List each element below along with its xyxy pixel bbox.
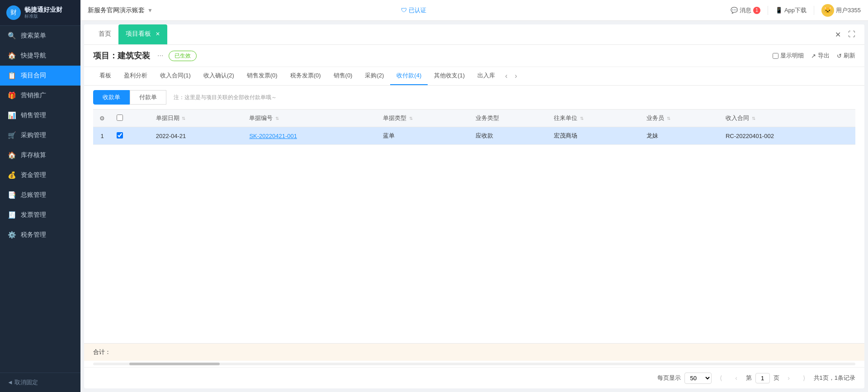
sidebar-item-quick-nav[interactable]: 🏠 快捷导航: [0, 46, 80, 66]
avatar: 🐱: [821, 4, 834, 17]
tab-close-icon[interactable]: ✕: [156, 31, 160, 37]
sub-tab-sales[interactable]: 销售(0): [327, 67, 359, 85]
sidebar-item-ledger[interactable]: 📑 总账管理: [0, 185, 80, 205]
sidebar-unpin-button[interactable]: ◄ 取消固定: [0, 373, 80, 392]
sidebar-item-sales[interactable]: 📊 销售管理: [0, 105, 80, 125]
dropdown-icon[interactable]: ▼: [147, 7, 153, 14]
project-more-button[interactable]: ···: [157, 52, 163, 60]
sub-tab-tax-invoice[interactable]: 税务发票(0): [284, 67, 327, 85]
row-biz-type: 应收款: [470, 127, 549, 145]
main-area: 新服务官网演示账套 ▼ 🛡 已认证 💬 消息 1 📱 App下载 🐱 用户335…: [80, 0, 868, 392]
page-first-button[interactable]: ⟨: [715, 372, 727, 384]
row-number-link[interactable]: SK-20220421-001: [249, 133, 297, 139]
tab-home-label: 首页: [99, 30, 111, 37]
sidebar-item-search[interactable]: 🔍 搜索菜单: [0, 26, 80, 46]
sub-tab-io[interactable]: 出入库: [471, 67, 501, 85]
sub-tab-board-label: 看板: [99, 72, 111, 79]
col-date[interactable]: 单据日期 ⇅: [151, 110, 244, 127]
col-partner-label: 往来单位: [554, 115, 577, 121]
tab-bar-right: ✕ ⛶: [833, 29, 857, 41]
message-badge: 1: [753, 7, 760, 14]
sub-tab-income-confirm-label: 收入确认(2): [203, 72, 234, 79]
row-num: 1: [93, 127, 111, 145]
topbar: 新服务官网演示账套 ▼ 🛡 已认证 💬 消息 1 📱 App下载 🐱 用户335…: [80, 0, 868, 21]
sidebar-item-marketing[interactable]: 🎁 营销推广: [0, 86, 80, 105]
receipt-tab-payment[interactable]: 付款单: [130, 90, 166, 105]
sidebar-item-purchase[interactable]: 🛒 采购管理: [0, 125, 80, 145]
sub-tab-receipt-payment-label: 收付款(4): [396, 72, 421, 79]
app-download-button[interactable]: 📱 App下载: [775, 6, 807, 14]
refresh-button[interactable]: ↺ 刷新: [837, 52, 855, 60]
sidebar-item-tax[interactable]: ⚙️ 税务管理: [0, 225, 80, 245]
sidebar-item-purchase-label: 采购管理: [21, 131, 46, 139]
sub-tab-sales-invoice[interactable]: 销售发票(0): [241, 67, 284, 85]
sidebar-footer-label: ◄ 取消固定: [7, 378, 38, 387]
row-checkbox[interactable]: [117, 132, 123, 139]
sidebar-item-project-contract[interactable]: 📋 项目合同: [0, 66, 80, 86]
col-checkbox: [111, 110, 151, 127]
tab-home[interactable]: 首页: [91, 24, 118, 44]
tab-project-board[interactable]: 项目看板 ✕: [118, 24, 167, 44]
row-salesperson: 龙妹: [641, 127, 720, 145]
col-type-sort-icon: ⇅: [409, 116, 413, 121]
sub-tab-profit[interactable]: 盈利分析: [118, 67, 154, 85]
select-all-checkbox[interactable]: [117, 115, 123, 121]
col-income-contract[interactable]: 收入合同 ⇅: [720, 110, 855, 127]
sidebar-item-sales-label: 销售管理: [21, 111, 46, 120]
topbar-project-name: 新服务官网演示账套: [88, 6, 145, 14]
user-button[interactable]: 🐱 用户3355: [821, 4, 861, 17]
sidebar-item-finance[interactable]: 💰 资金管理: [0, 165, 80, 185]
logo-text: 畅捷通好业财: [24, 6, 62, 14]
show-detail-checkbox[interactable]: [773, 53, 778, 59]
sub-tab-income-confirm[interactable]: 收入确认(2): [197, 67, 241, 85]
message-button[interactable]: 💬 消息 1: [731, 6, 760, 14]
col-settings[interactable]: ⚙: [93, 110, 111, 127]
show-detail-checkbox-label[interactable]: 显示明细: [773, 52, 804, 60]
tab-close-button[interactable]: ✕: [833, 29, 843, 41]
col-income-contract-sort-icon: ⇅: [752, 116, 755, 121]
sub-tab-other-income[interactable]: 其他收支(1): [428, 67, 471, 85]
pagination: 每页显示 50 100 200 ⟨ ‹ 第 页 › ⟩ 共1页，1条记录: [84, 367, 864, 388]
col-partner-sort-icon: ⇅: [580, 116, 584, 121]
sidebar-item-marketing-label: 营销推广: [21, 91, 46, 100]
table-row[interactable]: 1 2022-04-21 SK-20220421-001 蓝单 应收款 宏茂商场…: [93, 127, 855, 145]
marketing-icon: 🎁: [7, 91, 16, 100]
tab-expand-button[interactable]: ⛶: [846, 29, 857, 40]
sub-tab-board[interactable]: 看板: [93, 67, 118, 85]
sales-icon: 📊: [7, 111, 16, 120]
topbar-right: 💬 消息 1 📱 App下载 🐱 用户3355: [731, 4, 861, 17]
sub-tab-receipt-payment[interactable]: 收付款(4): [390, 67, 428, 85]
project-header-actions: 显示明细 ↗ 导出 ↺ 刷新: [773, 52, 855, 60]
page-input[interactable]: [755, 373, 770, 383]
receipt-tab-receipt[interactable]: 收款单: [93, 90, 130, 105]
topbar-divider-1: [768, 6, 768, 15]
page-last-button[interactable]: ⟩: [798, 372, 810, 384]
row-type: 蓝单: [377, 127, 470, 145]
col-partner[interactable]: 往来单位 ⇅: [548, 110, 641, 127]
inventory-icon: 🏠: [7, 151, 16, 160]
sidebar-item-invoice-label: 发票管理: [21, 211, 46, 219]
total-label: 合计：: [93, 349, 111, 355]
sidebar-item-inventory[interactable]: 🏠 库存核算: [0, 145, 80, 165]
sidebar-logo: 财 畅捷通好业财 标准版: [0, 0, 80, 26]
page-size-select[interactable]: 50 100 200: [684, 373, 712, 384]
sub-tab-tax-invoice-label: 税务发票(0): [290, 72, 321, 79]
project-icon: 📋: [7, 71, 16, 80]
page-size-label: 每页显示: [657, 374, 681, 382]
export-button[interactable]: ↗ 导出: [811, 52, 830, 60]
col-number[interactable]: 单据编号 ⇅: [244, 110, 377, 127]
sub-tab-income-contract[interactable]: 收入合同(1): [154, 67, 197, 85]
export-label: 导出: [818, 52, 830, 60]
sub-tabs-next-arrow[interactable]: ›: [511, 69, 520, 83]
sub-tab-purchase[interactable]: 采购(2): [359, 67, 390, 85]
col-salesperson[interactable]: 业务员 ⇅: [641, 110, 720, 127]
settings-icon[interactable]: ⚙: [99, 115, 105, 122]
sub-tab-sales-label: 销售(0): [334, 72, 353, 79]
sidebar-item-invoice[interactable]: 🧾 发票管理: [0, 205, 80, 225]
col-type[interactable]: 单据类型 ⇅: [377, 110, 470, 127]
scroll-bar-track[interactable]: [93, 363, 855, 365]
page-next-button[interactable]: ›: [783, 372, 795, 384]
sub-tabs-prev-arrow[interactable]: ‹: [501, 69, 511, 83]
scroll-bar-thumb[interactable]: [129, 363, 220, 365]
page-prev-button[interactable]: ‹: [731, 372, 742, 384]
